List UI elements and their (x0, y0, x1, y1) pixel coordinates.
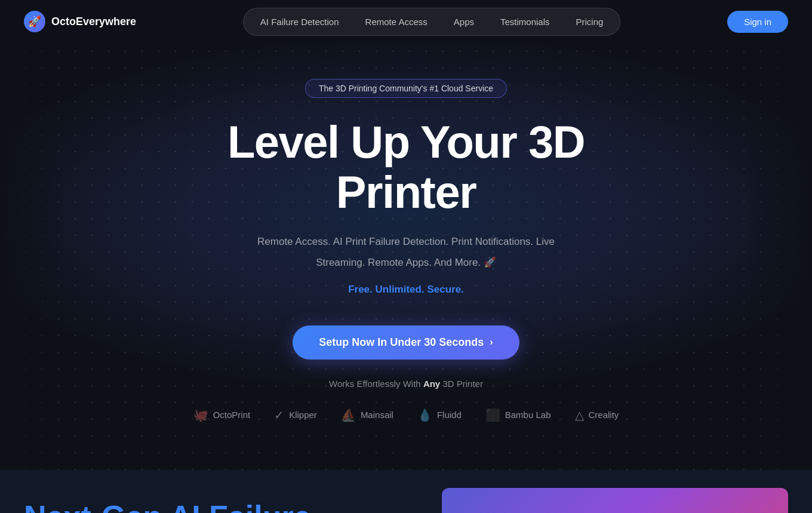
creality-label: Creality (589, 410, 619, 420)
klipper-label: Klipper (289, 410, 317, 420)
next-section-title-text: Next-Gen AI Failure (24, 499, 311, 513)
hero-badge: The 3D Printing Community's #1 Cloud Ser… (305, 79, 507, 98)
hero-brands: 🐙 OctoPrint ✓ Klipper ⛵ Mainsail 💧 Fluid… (193, 408, 619, 422)
brand-octoprint: 🐙 OctoPrint (193, 408, 251, 422)
hero-section: The 3D Printing Community's #1 Cloud Ser… (0, 43, 812, 470)
nav-link-apps[interactable]: Apps (442, 12, 486, 32)
hero-cta-label: Setup Now In Under 30 Seconds (319, 336, 484, 349)
octoprint-icon: 🐙 (193, 408, 208, 422)
bambu-icon: ⬛ (485, 408, 500, 422)
next-section-title: Next-Gen AI Failure (24, 500, 311, 513)
nav-link-ai-failure[interactable]: AI Failure Detection (248, 12, 351, 32)
navbar: 🚀 OctoEverywhere AI Failure Detection Re… (0, 0, 812, 43)
next-section: Next-Gen AI Failure (0, 470, 812, 513)
mainsail-icon: ⛵ (341, 408, 356, 422)
fluidd-icon: 💧 (417, 408, 432, 422)
hero-subtitle-1: Remote Access. AI Print Failure Detectio… (257, 234, 555, 251)
logo-link[interactable]: 🚀 OctoEverywhere (24, 11, 136, 32)
brand-fluidd: 💧 Fluidd (417, 408, 462, 422)
logo-text: OctoEverywhere (51, 16, 136, 28)
arrow-icon: › (490, 337, 493, 348)
signin-button[interactable]: Sign in (727, 11, 788, 33)
mainsail-label: Mainsail (361, 410, 393, 420)
logo-icon: 🚀 (24, 11, 45, 32)
klipper-icon: ✓ (274, 408, 284, 422)
brand-mainsail: ⛵ Mainsail (341, 408, 393, 422)
hero-title: Level Up Your 3D Printer (167, 117, 645, 217)
brand-bambu: ⬛ Bambu Lab (485, 408, 551, 422)
bambu-label: Bambu Lab (505, 410, 551, 420)
octoprint-label: OctoPrint (213, 410, 251, 420)
nav-link-pricing[interactable]: Pricing (564, 12, 616, 32)
brand-creality: △ Creality (575, 408, 619, 422)
creality-icon: △ (575, 408, 584, 422)
hero-subtitle-2: Streaming. Remote Apps. And More. 🚀 (316, 254, 496, 272)
nav-links-container: AI Failure Detection Remote Access Apps … (243, 8, 621, 36)
hero-compat-text: Works Effortlessly With Any 3D Printer (329, 379, 483, 389)
nav-link-testimonials[interactable]: Testimonials (488, 12, 562, 32)
hero-content: The 3D Printing Community's #1 Cloud Ser… (167, 79, 645, 422)
next-section-preview-card (442, 488, 788, 513)
fluidd-label: Fluidd (437, 410, 462, 420)
hero-tagline: Free. Unlimited. Secure. (348, 284, 464, 296)
nav-link-remote-access[interactable]: Remote Access (353, 12, 439, 32)
next-section-content: Next-Gen AI Failure (24, 500, 311, 513)
brand-klipper: ✓ Klipper (274, 408, 317, 422)
hero-cta-button[interactable]: Setup Now In Under 30 Seconds › (293, 325, 519, 360)
